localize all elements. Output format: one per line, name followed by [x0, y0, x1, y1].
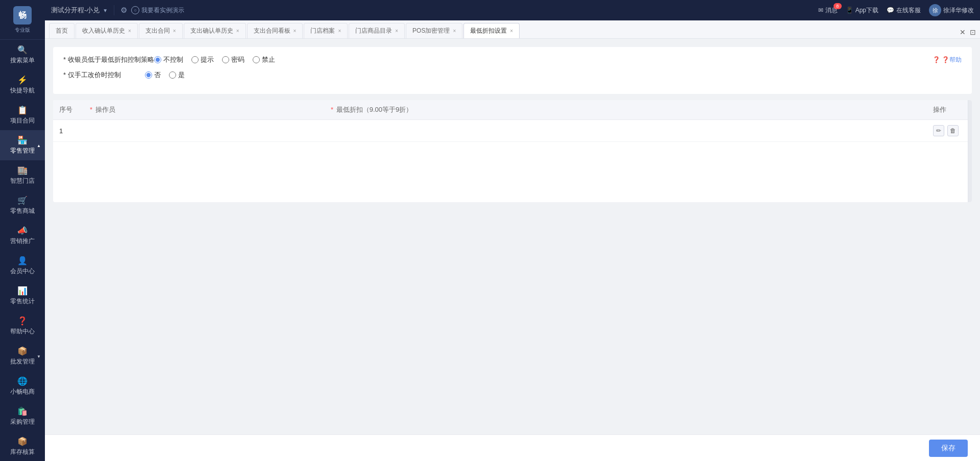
- logo-icon: 畅: [13, 6, 32, 25]
- expand-icon[interactable]: ⊡: [970, 28, 976, 36]
- online-service-button[interactable]: 💬 在线客服: [887, 6, 921, 15]
- tab-payment-board-close-icon[interactable]: ×: [293, 28, 297, 34]
- sidebar-item-member[interactable]: 👤 会员中心: [0, 251, 45, 281]
- online-store-icon: 🛒: [17, 196, 28, 205]
- shortcut-icon: ⚡: [17, 75, 28, 85]
- cell-operator: [84, 120, 325, 142]
- sidebar-item-retail[interactable]: 🏪 零售管理: [0, 130, 45, 160]
- row-edit-button[interactable]: ✏: [933, 125, 944, 136]
- operator-required-mark: *: [90, 106, 92, 113]
- project-name: 测试分开程-小兑: [51, 6, 100, 15]
- radio-manual-yes-input[interactable]: [169, 71, 176, 79]
- tab-pos-password[interactable]: POS加密管理 ×: [406, 23, 462, 38]
- tab-store-goods[interactable]: 门店商品目录 ×: [349, 23, 405, 38]
- save-button[interactable]: 保存: [929, 440, 968, 457]
- tab-income-close-icon[interactable]: ×: [128, 28, 131, 34]
- sidebar-item-project[interactable]: 📋 项目合同: [0, 100, 45, 130]
- table-row: 1 ✏ 🗑: [53, 120, 968, 142]
- demo-text: 我要看实例演示: [141, 6, 184, 15]
- tab-home-label: 首页: [56, 27, 68, 35]
- tabbar-right: ✕ ⊡: [960, 28, 976, 38]
- tab-payment-board-label: 支出合同看板: [254, 27, 290, 35]
- marketing-icon: 📣: [17, 226, 28, 235]
- radio-remind[interactable]: 提示: [191, 55, 214, 64]
- tab-store-file-close-icon[interactable]: ×: [338, 28, 341, 34]
- help-icon: ❓: [17, 316, 28, 326]
- tab-income-confirm[interactable]: 收入确认单历史 ×: [76, 23, 138, 38]
- message-badge: 8: [834, 3, 842, 9]
- user-menu[interactable]: 徐 徐泽华修改: [929, 4, 974, 16]
- tabbar: 首页 收入确认单历史 × 支出合同 × 支出确认单历史 × 支出合同看板 × 门…: [45, 20, 980, 39]
- topbar-divider: [114, 5, 114, 15]
- row-delete-button[interactable]: 🗑: [947, 125, 959, 136]
- inventory-icon: 📦: [17, 436, 28, 446]
- discount-required-mark: *: [331, 106, 333, 113]
- sidebar-item-smart-store[interactable]: 🏬 智慧门店: [0, 160, 45, 190]
- manual-control-row: * 仅手工改价时控制 否 是: [63, 70, 962, 80]
- manual-control-label: * 仅手工改价时控制: [63, 70, 145, 80]
- tab-income-label: 收入确认单历史: [82, 27, 125, 35]
- radio-password-input[interactable]: [222, 56, 229, 63]
- sidebar-item-shortcut[interactable]: ⚡ 快捷导航: [0, 70, 45, 100]
- radio-password[interactable]: 密码: [222, 55, 244, 64]
- help-button[interactable]: ❓ ❓帮助: [933, 56, 962, 64]
- tab-payment-board[interactable]: 支出合同看板 ×: [247, 23, 303, 38]
- tab-payment-contract-close-icon[interactable]: ×: [173, 28, 176, 34]
- message-button[interactable]: ✉ 消息 8: [818, 6, 838, 15]
- demo-link[interactable]: ○ 我要看实例演示: [131, 6, 184, 15]
- project-selector[interactable]: 测试分开程-小兑 ▼: [51, 6, 108, 15]
- sidebar-item-help[interactable]: ❓ 帮助中心: [0, 311, 45, 341]
- tab-pos-close-icon[interactable]: ×: [453, 28, 456, 34]
- tab-payment-confirm-close-icon[interactable]: ×: [236, 28, 239, 34]
- service-label: 在线客服: [896, 6, 921, 15]
- radio-no-control-input[interactable]: [154, 56, 161, 63]
- sidebar-item-inventory[interactable]: 📦 库存核算: [0, 431, 45, 461]
- tab-payment-contract-label: 支出合同: [145, 27, 170, 35]
- col-min-discount: * 最低折扣（9.00等于9折）: [325, 100, 927, 120]
- radio-manual-no[interactable]: 否: [145, 70, 161, 80]
- topbar-gear-icon[interactable]: ⚙: [120, 6, 127, 15]
- project-arrow-icon: ▼: [103, 8, 108, 13]
- radio-no-control[interactable]: 不控制: [154, 55, 183, 64]
- avatar: 徐: [929, 4, 941, 16]
- tab-store-goods-close-icon[interactable]: ×: [395, 28, 398, 34]
- sidebar-item-purchase[interactable]: 🛍️ 采购管理: [0, 401, 45, 431]
- retail-icon: 🏪: [17, 135, 28, 145]
- control-strategy-radio-group: 不控制 提示 密码 禁止: [154, 55, 275, 64]
- radio-forbid-input[interactable]: [253, 56, 260, 63]
- sidebar-item-batch[interactable]: 📦 批发管理: [0, 341, 45, 371]
- smart-store-icon: 🏬: [17, 165, 28, 175]
- tab-store-file[interactable]: 门店档案 ×: [304, 23, 348, 38]
- close-all-icon[interactable]: ✕: [960, 28, 966, 36]
- col-operator: * 操作员: [84, 100, 325, 120]
- app-download-button[interactable]: 📱 App下载: [846, 6, 878, 15]
- radio-manual-no-input[interactable]: [145, 71, 152, 79]
- sidebar-item-marketing[interactable]: 📣 营销推广: [0, 221, 45, 251]
- radio-forbid[interactable]: 禁止: [253, 55, 275, 64]
- tab-min-discount-close-icon[interactable]: ×: [510, 28, 513, 34]
- tab-payment-confirm-label: 支出确认单历史: [190, 27, 233, 35]
- tab-store-goods-label: 门店商品目录: [355, 27, 392, 35]
- discount-table: 序号 * 操作员 * 最低折扣（9.00等于9折）: [53, 100, 968, 142]
- tab-min-discount[interactable]: 最低折扣设置 ×: [463, 23, 520, 38]
- tab-payment-contract[interactable]: 支出合同 ×: [139, 23, 183, 38]
- table-scrollbar[interactable]: [968, 100, 972, 202]
- cell-min-discount: [325, 120, 927, 142]
- sidebar-item-ecommerce[interactable]: 🌐 小畅电商: [0, 371, 45, 401]
- sidebar-item-search[interactable]: 🔍 搜索菜单: [0, 40, 45, 70]
- purchase-icon: 🛍️: [17, 406, 28, 416]
- topbar-right: ✉ 消息 8 📱 App下载 💬 在线客服 徐 徐泽华修改: [818, 4, 974, 16]
- sidebar-item-retail-stats[interactable]: 📊 零售统计: [0, 281, 45, 311]
- tab-home[interactable]: 首页: [49, 23, 75, 38]
- radio-remind-input[interactable]: [191, 56, 199, 63]
- help-icon: ❓: [933, 56, 940, 63]
- tab-payment-confirm[interactable]: 支出确认单历史 ×: [184, 23, 246, 38]
- demo-circle-icon: ○: [131, 6, 139, 14]
- radio-manual-yes[interactable]: 是: [169, 70, 185, 80]
- sidebar-item-online-store[interactable]: 🛒 零售商城: [0, 190, 45, 221]
- message-icon: ✉: [818, 7, 823, 14]
- logo-text: 专业版: [15, 27, 30, 33]
- page-content: * 收银员低于最低折扣控制策略 不控制 提示 密码: [45, 39, 980, 434]
- control-strategy-row: * 收银员低于最低折扣控制策略 不控制 提示 密码: [63, 55, 962, 64]
- member-icon: 👤: [17, 256, 28, 265]
